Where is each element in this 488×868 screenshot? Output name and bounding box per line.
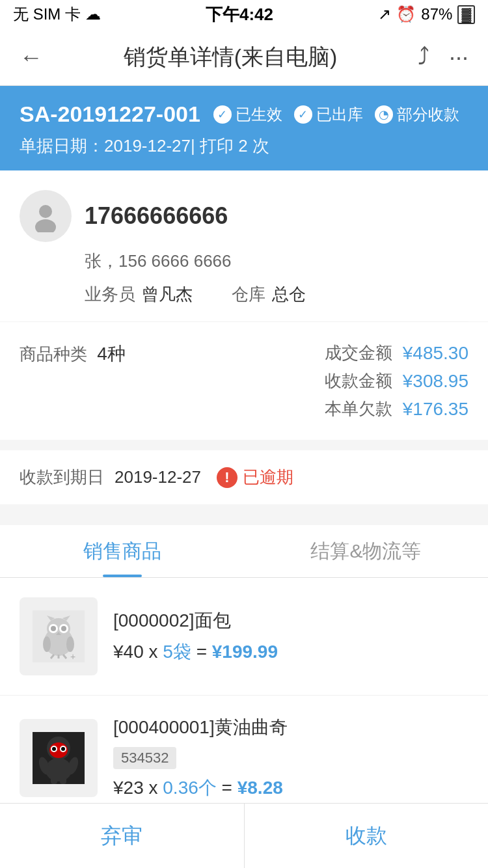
overdue-text: 已逾期 xyxy=(243,466,293,489)
overdue-icon: ! xyxy=(217,467,237,488)
clock-icon: ◔ xyxy=(375,105,393,124)
bottom-bar: 弃审 收款 xyxy=(0,803,488,868)
nav-actions: ⤴ ··· xyxy=(418,44,468,71)
product-multiply-1: x xyxy=(149,642,163,662)
date-label: 单据日期： xyxy=(20,136,104,156)
battery-icon: ▓ xyxy=(457,5,475,24)
svg-point-8 xyxy=(61,626,66,631)
svg-text:+: + xyxy=(70,651,75,662)
location-icon: ↗ xyxy=(378,5,391,23)
product-equals-1: = xyxy=(197,642,212,662)
tab-settlement-label: 结算&物流等 xyxy=(310,538,421,565)
due-label: 收款到期日 xyxy=(20,466,104,489)
order-id: SA-20191227-001 xyxy=(20,102,200,127)
status-left: 无 SIM 卡 ☁ xyxy=(13,4,101,25)
print-info: | 打印 2 次 xyxy=(191,136,269,156)
transaction-row: 成交金额 ¥485.30 xyxy=(325,342,468,364)
received-label: 收款金额 xyxy=(325,370,392,392)
order-badges: ✓ 已生效 ✓ 已出库 ◔ 部分收款 xyxy=(213,104,459,125)
owed-label: 本单欠款 xyxy=(325,398,392,420)
tab-products[interactable]: 销售商品 xyxy=(0,525,244,577)
status-time: 下午4:42 xyxy=(206,3,273,26)
order-date-value: 2019-12-27 xyxy=(104,136,191,156)
status-right: ↗ ⏰ 87% ▓ xyxy=(378,5,475,24)
product-total-2: ¥8.28 xyxy=(237,778,283,798)
product-list: + [0000002]面包 ¥40 x 5袋 = ¥199.99 xyxy=(0,578,488,821)
tabs-section: 销售商品 结算&物流等 xyxy=(0,525,488,578)
product-thumb-2 xyxy=(20,719,98,797)
badge-partial: ◔ 部分收款 xyxy=(375,104,459,125)
product-price-1: ¥40 x 5袋 = ¥199.99 xyxy=(113,640,468,664)
due-date-value: 2019-12-27 xyxy=(115,467,201,487)
share-button[interactable]: ⤴ xyxy=(418,44,429,71)
product-name-2: [000400001]黄油曲奇 xyxy=(113,715,468,740)
warehouse-label: 仓库 xyxy=(232,283,265,306)
product-equals-2: = xyxy=(222,778,237,798)
check-icon-2: ✓ xyxy=(294,105,312,124)
page-title: 销货单详情(来自电脑) xyxy=(124,42,338,72)
product-thumb-1: + xyxy=(20,597,98,675)
owed-amount: ¥176.35 xyxy=(403,399,468,420)
summary-section: 商品种类 4种 成交金额 ¥485.30 收款金额 ¥308.95 本单欠款 ¥… xyxy=(0,322,488,440)
badge-shipped: ✓ 已出库 xyxy=(294,104,363,125)
product-unit-price-2: ¥23 xyxy=(113,778,144,798)
battery-status: 87% xyxy=(421,5,452,23)
more-button[interactable]: ··· xyxy=(449,44,468,71)
svg-point-1 xyxy=(35,219,56,232)
svg-point-13 xyxy=(66,636,74,652)
product-image-2 xyxy=(33,732,85,784)
product-name-1: [0000002]面包 xyxy=(113,608,468,633)
customer-info: 业务员 曾凡杰 仓库 总仓 xyxy=(85,283,468,306)
avatar xyxy=(20,190,72,242)
svg-point-24 xyxy=(61,747,65,751)
avatar-icon xyxy=(29,200,62,232)
product-total-1: ¥199.99 xyxy=(212,642,278,662)
svg-rect-29 xyxy=(60,776,66,784)
tab-settlement[interactable]: 结算&物流等 xyxy=(244,525,488,577)
customer-section: 17666666666 张，156 6666 6666 业务员 曾凡杰 仓库 总… xyxy=(0,170,488,321)
product-unit-price-1: ¥40 xyxy=(113,642,144,662)
owed-row: 本单欠款 ¥176.35 xyxy=(325,398,468,420)
sales-label: 业务员 xyxy=(85,283,135,306)
warehouse-name: 总仓 xyxy=(272,283,306,306)
category-label: 商品种类 xyxy=(20,344,87,364)
category-value: 4种 xyxy=(97,344,126,364)
customer-phone: 17666666666 xyxy=(85,202,228,230)
transaction-label: 成交金额 xyxy=(325,342,392,364)
product-sku-2: 534532 xyxy=(113,747,176,769)
product-qty-1: 5袋 xyxy=(163,642,191,662)
svg-point-12 xyxy=(43,636,51,652)
tab-products-label: 销售商品 xyxy=(83,538,161,565)
customer-name: 张，156 6666 6666 xyxy=(85,250,468,273)
product-item-2: [000400001]黄油曲奇 534532 ¥23 x 0.36个 = ¥8.… xyxy=(0,696,488,821)
section-divider-1 xyxy=(0,440,488,450)
back-button[interactable]: ← xyxy=(20,44,43,71)
product-qty-2: 0.36个 xyxy=(163,778,217,798)
order-header: SA-20191227-001 ✓ 已生效 ✓ 已出库 ◔ 部分收款 单据日期：… xyxy=(0,86,488,170)
sales-name: 曾凡杰 xyxy=(142,283,193,306)
tabs-row: 销售商品 结算&物流等 xyxy=(0,525,488,578)
amount-info: 成交金额 ¥485.30 收款金额 ¥308.95 本单欠款 ¥176.35 xyxy=(325,342,468,420)
due-section: 收款到期日 2019-12-27 ! 已逾期 xyxy=(0,450,488,504)
badge-effective: ✓ 已生效 xyxy=(213,104,282,125)
received-row: 收款金额 ¥308.95 xyxy=(325,370,468,392)
product-multiply-2: x xyxy=(149,778,163,798)
category-info: 商品种类 4种 xyxy=(20,342,126,366)
order-date-row: 单据日期：2019-12-27| 打印 2 次 xyxy=(20,135,468,157)
transaction-amount: ¥485.30 xyxy=(403,343,468,364)
section-divider-2 xyxy=(0,504,488,515)
svg-point-7 xyxy=(51,626,56,631)
product-item-1: + [0000002]面包 ¥40 x 5袋 = ¥199.99 xyxy=(0,578,488,696)
abandon-review-button[interactable]: 弃审 xyxy=(0,804,245,868)
status-bar: 无 SIM 卡 ☁ 下午4:42 ↗ ⏰ 87% ▓ xyxy=(0,0,488,29)
overdue-badge: ! 已逾期 xyxy=(217,466,293,489)
received-amount: ¥308.95 xyxy=(403,371,468,392)
svg-point-23 xyxy=(52,747,56,751)
product-image-1: + xyxy=(33,610,85,662)
product-sku-badge: 534532 xyxy=(113,746,468,776)
check-icon-1: ✓ xyxy=(213,105,232,124)
alarm-icon: ⏰ xyxy=(396,5,416,23)
collect-payment-button[interactable]: 收款 xyxy=(245,804,489,868)
svg-rect-28 xyxy=(51,776,57,784)
sim-status: 无 SIM 卡 ☁ xyxy=(13,4,101,25)
